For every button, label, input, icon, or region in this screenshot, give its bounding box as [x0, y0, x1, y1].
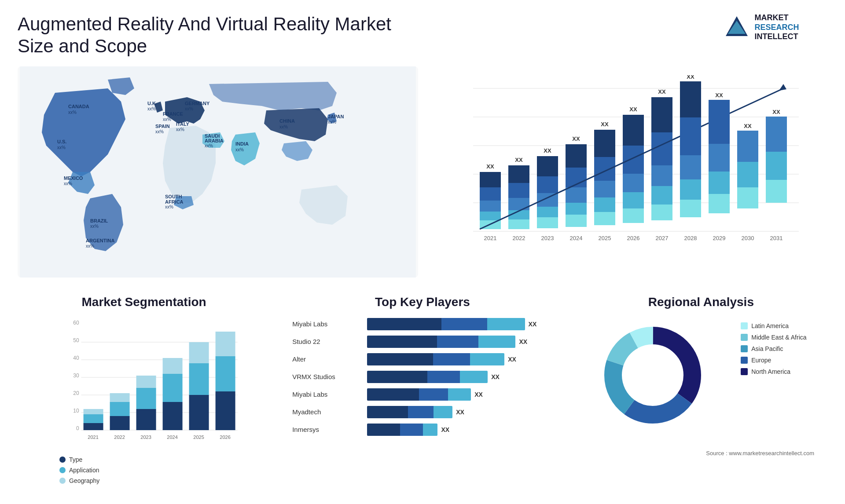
player-bar-seg2-4 [419, 388, 448, 401]
country-label-canada: CANADA [68, 104, 89, 109]
svg-text:XX: XX [544, 147, 551, 154]
player-bar-seg3-0 [487, 318, 525, 330]
svg-rect-12 [480, 187, 501, 201]
svg-rect-106 [136, 376, 156, 388]
svg-rect-66 [680, 155, 701, 179]
main-content: CANADA xx% U.S. xx% MEXICO xx% BRAZIL xx… [18, 66, 827, 493]
player-xx-4: XX [474, 391, 483, 398]
player-bar-seg1-1 [367, 336, 437, 348]
svg-rect-75 [737, 187, 758, 208]
svg-rect-20 [508, 165, 529, 183]
country-value-japan: xx% [328, 120, 336, 124]
svg-text:XX: XX [629, 106, 637, 113]
svg-rect-64 [680, 200, 701, 217]
svg-rect-76 [737, 162, 758, 187]
legend-type-dot [59, 457, 66, 463]
legend-geography-dot [59, 478, 66, 484]
svg-text:2027: 2027 [656, 235, 669, 241]
svg-text:XX: XX [715, 92, 723, 99]
latam-color [741, 322, 748, 329]
regional-legend-northamerica: North America [741, 368, 806, 375]
svg-rect-101 [110, 402, 130, 416]
country-label-brazil: BRAZIL [90, 218, 108, 223]
logo-text: MARKET RESEARCH INTELLECT [754, 13, 799, 42]
map-section: CANADA xx% U.S. xx% MEXICO xx% BRAZIL xx… [18, 66, 418, 278]
svg-text:2030: 2030 [742, 235, 754, 241]
svg-rect-39 [594, 181, 615, 197]
svg-rect-77 [737, 131, 758, 162]
svg-rect-48 [623, 115, 644, 146]
player-bar-seg3-4 [448, 388, 471, 401]
donut-chart [595, 318, 719, 441]
svg-rect-109 [163, 374, 183, 402]
svg-rect-108 [163, 402, 183, 430]
svg-marker-59 [779, 84, 786, 91]
svg-rect-25 [537, 193, 558, 207]
player-xx-2: XX [508, 356, 516, 363]
svg-rect-53 [651, 165, 672, 186]
legend-type: Type [59, 456, 266, 463]
player-name-3: VRMX Studios [292, 373, 363, 380]
player-name-4: Miyabi Labs [292, 391, 363, 398]
apac-color [741, 345, 748, 352]
svg-text:2026: 2026 [220, 435, 230, 440]
svg-text:20: 20 [73, 390, 79, 396]
apac-label: Asia Pacific [751, 345, 783, 352]
svg-rect-55 [651, 97, 672, 132]
regional-legend-latam: Latin America [741, 322, 806, 329]
country-value-safrica: xx% [165, 205, 173, 209]
svg-rect-67 [680, 117, 701, 155]
country-value-china: xx% [279, 124, 288, 129]
player-bar-seg1-2 [367, 353, 433, 365]
svg-text:2031: 2031 [770, 235, 783, 241]
players-title: Top Key Players [292, 295, 553, 309]
country-value-italy: xx% [176, 127, 184, 132]
country-label-spain: SPAIN [155, 124, 170, 129]
player-bar-4 [367, 388, 471, 401]
country-label-safrica2: AFRICA [165, 199, 184, 205]
svg-rect-37 [594, 212, 615, 225]
country-label-india: INDIA [235, 141, 249, 146]
player-bar-seg2-0 [441, 318, 487, 330]
svg-rect-104 [136, 409, 156, 430]
svg-text:0: 0 [76, 425, 79, 431]
svg-rect-73 [709, 100, 730, 144]
svg-text:XX: XX [744, 123, 752, 129]
bottom-row: Market Segmentation 0 10 20 30 40 50 60 [18, 291, 827, 493]
player-list: Miyabi Labs XX Studio 22 [292, 318, 553, 441]
regional-title: Regional Analysis [648, 295, 754, 309]
player-bar-seg2-6 [400, 424, 422, 436]
svg-rect-112 [189, 395, 209, 430]
country-label-france: FRANCE [163, 111, 183, 117]
svg-rect-10 [480, 212, 501, 220]
player-bar-seg1-3 [367, 371, 427, 383]
svg-text:2021: 2021 [484, 235, 497, 241]
legend-type-label: Type [69, 456, 82, 463]
country-label-japan: JAPAN [328, 114, 344, 119]
legend-geography: Geography [59, 477, 266, 484]
svg-text:2029: 2029 [713, 235, 726, 241]
player-bar-5 [367, 406, 452, 418]
player-bar-3 [367, 371, 488, 383]
logo-box: MARKET RESEARCH INTELLECT [724, 13, 799, 42]
svg-rect-65 [680, 179, 701, 200]
country-label-china: CHINA [279, 118, 295, 124]
svg-rect-96 [84, 423, 103, 430]
player-row-2: Alter XX [292, 353, 553, 365]
svg-rect-52 [651, 186, 672, 205]
player-name-1: Studio 22 [292, 338, 363, 345]
svg-rect-72 [709, 144, 730, 172]
player-row-6: Inmersys XX [292, 424, 553, 436]
svg-rect-38 [594, 197, 615, 212]
player-bar-seg3-6 [423, 424, 438, 436]
svg-rect-45 [623, 192, 644, 208]
svg-text:XX: XX [772, 109, 780, 115]
svg-text:2025: 2025 [193, 435, 204, 440]
svg-rect-11 [480, 201, 501, 212]
player-bar-seg2-2 [433, 353, 470, 365]
svg-rect-81 [766, 117, 787, 152]
player-bar-container-6: XX [367, 424, 553, 436]
svg-text:XX: XX [687, 75, 694, 80]
legend-application-dot [59, 467, 66, 473]
country-label-argentina: ARGENTINA [86, 238, 114, 243]
